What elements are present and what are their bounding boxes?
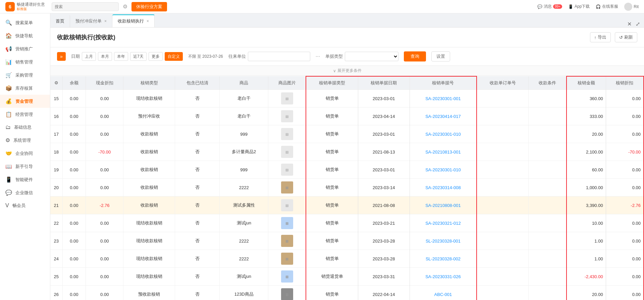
cell-balance: 0.00 — [62, 108, 86, 125]
cell-balance: 0.00 — [62, 286, 86, 300]
cell-balance: 0.00 — [62, 197, 86, 214]
cell-verify-type: 现结收款核销 — [123, 214, 175, 232]
sidebar-item-quick-nav[interactable]: 🏠 快捷导航 — [0, 29, 50, 42]
refresh-icon: ↺ — [619, 35, 623, 40]
cell-goods: 2222 — [220, 250, 268, 268]
search-input[interactable] — [52, 2, 119, 11]
user-item[interactable]: Rit — [624, 3, 639, 11]
cell-verify-discount: 0.00 — [606, 232, 644, 250]
sidebar-item-label: 搜索菜单 — [15, 20, 33, 26]
sidebar-item-label: 企业微信 — [15, 190, 33, 196]
industry-btn[interactable]: 休验行业方案 — [131, 2, 167, 11]
cell-include-settled: 否 — [175, 179, 220, 197]
cell-goods: 老白干 — [220, 108, 268, 125]
sidebar-item-wechat[interactable]: 💬 企业微信 — [0, 186, 50, 199]
tab-home[interactable]: 首页 — [50, 15, 70, 27]
tab-prepay[interactable]: 预付冲应付单 × — [70, 15, 112, 27]
export-icon: ↑ — [594, 35, 597, 40]
cell-cash-discount: 0.00 — [86, 90, 123, 108]
close-icon[interactable]: ✕ — [627, 21, 632, 27]
cell-row-no: 20 — [50, 179, 62, 197]
operations-icon: 📋 — [5, 111, 12, 118]
cell-cash-discount: 0.00 — [86, 250, 123, 268]
date-last-month-btn[interactable]: 上月 — [82, 52, 96, 61]
cell-include-settled: 否 — [175, 125, 220, 143]
tab-receipt-verify[interactable]: 收款核销执行 × — [112, 14, 155, 27]
content: 收款核销执行(按收款) ↑ 导出 ↺ 刷新 » 日期 上月 — [50, 28, 644, 300]
expand-more-bar[interactable]: ∨ 展开更多条件 — [50, 66, 644, 76]
sidebar-item-sales[interactable]: 📊 销售管理 — [0, 55, 50, 69]
gear-icon[interactable]: ⚙ — [123, 3, 127, 10]
cell-include-settled: 否 — [175, 232, 220, 250]
expand-more-label: 展开更多条件 — [337, 68, 362, 74]
filter-expand-btn[interactable]: » — [57, 52, 66, 61]
verify-bill-no-link[interactable]: SA-20230301-010 — [425, 132, 461, 137]
sidebar-item-system[interactable]: ⚙ 系统管理 — [0, 134, 50, 147]
query-btn[interactable]: 查询 — [404, 51, 426, 61]
sidebar-item-marketing[interactable]: 📢 营销推广 — [0, 42, 50, 55]
sidebar-item-purchase[interactable]: 🛒 采购管理 — [0, 69, 50, 82]
verify-bill-no-link[interactable]: SA-20210813-001 — [425, 149, 461, 155]
app-download-item[interactable]: 📱 App下载 — [568, 4, 590, 9]
refresh-btn[interactable]: ↺ 刷新 — [615, 32, 637, 42]
date-this-year-btn[interactable]: 本年 — [114, 52, 128, 61]
cell-receipt-order-no — [477, 108, 529, 125]
col-gear[interactable]: ⚙ — [50, 76, 62, 90]
sidebar: 🔍 搜索菜单 🏠 快捷导航 📢 营销推广 📊 销售管理 🛒 采购管理 📦 库存核… — [0, 13, 50, 300]
cell-goods: 测试多属性 — [220, 197, 268, 214]
sidebar-item-member[interactable]: V 畅会员 — [0, 199, 50, 212]
sidebar-item-enterprise[interactable]: 🤝 企业协同 — [0, 147, 50, 160]
date-this-month-btn[interactable]: 本月 — [98, 52, 112, 61]
user-name: Rit — [634, 4, 639, 9]
cell-verify-amount: 360.00 — [567, 90, 606, 108]
sidebar-item-finance[interactable]: 💰 资金管理 — [0, 95, 50, 108]
cell-verify-bill-date: 2023-03-14 — [358, 179, 410, 197]
cell-goods-image: ▦ — [268, 232, 306, 250]
inventory-icon: 📦 — [5, 85, 12, 91]
message-item[interactable]: 💬 消息 99+ — [537, 4, 562, 9]
sidebar-item-basic-info[interactable]: 🗂 基础信息 — [0, 121, 50, 134]
logo-text: 畅捷通谱好生意 标推版 — [17, 2, 45, 11]
verify-bill-no-link[interactable]: SL-20230328-001 — [426, 239, 461, 244]
date-more-btn[interactable]: 更多 — [149, 52, 163, 61]
verify-bill-no-link[interactable]: SA-20230414-017 — [425, 114, 461, 119]
sidebar-item-search-menu[interactable]: 🔍 搜索菜单 — [0, 16, 50, 29]
verify-bill-no-link[interactable]: SA-20210808-001 — [425, 203, 461, 208]
export-btn[interactable]: ↑ 导出 — [590, 32, 611, 42]
online-service-item[interactable]: 🎧 在线客服 — [596, 4, 618, 9]
cell-include-settled: 否 — [175, 268, 220, 286]
data-table: ⚙ 余额 现金折扣 核销类型 包含已结清 商品 商品图片 核销单据类型 核销单据… — [50, 76, 644, 300]
cell-verify-type: 收款核销 — [123, 161, 175, 179]
verify-bill-no-link[interactable]: SA-20230314-008 — [425, 185, 461, 190]
expand-icon[interactable]: ⤢ — [636, 21, 640, 27]
setting-btn[interactable]: 设置 — [431, 51, 450, 61]
cell-row-no: 15 — [50, 90, 62, 108]
tab-receipt-verify-close[interactable]: × — [147, 19, 149, 24]
verify-bill-no-link[interactable]: ABC-001 — [434, 292, 452, 297]
cell-verify-type: 现结收款核销 — [123, 232, 175, 250]
date-7days-btn[interactable]: 近7天 — [130, 52, 147, 61]
single-type-select[interactable] — [345, 52, 398, 61]
verify-bill-no-link[interactable]: SA-20230331-026 — [425, 274, 461, 279]
verify-bill-no-link[interactable]: SA-20230321-012 — [425, 221, 461, 226]
verify-bill-no-link[interactable]: SA-20230301-001 — [425, 96, 461, 101]
from-unit-input[interactable] — [248, 52, 310, 61]
tab-home-label: 首页 — [56, 18, 64, 24]
sidebar-item-guide[interactable]: 📖 新手引导 — [0, 160, 50, 173]
cell-verify-amount: 1.00 — [567, 232, 606, 250]
tab-prepay-close[interactable]: × — [104, 19, 107, 24]
cell-goods: 999 — [220, 125, 268, 143]
cell-receipt-condition — [529, 143, 567, 161]
sidebar-item-smart-hw[interactable]: 📱 智能硬件 — [0, 173, 50, 186]
date-custom-btn[interactable]: 自定义 — [165, 52, 183, 61]
cell-include-settled: 否 — [175, 250, 220, 268]
table-row: 25 0.00 0.00 现结收款核销 否 测试jun ▩ 销货退货单 2023… — [50, 268, 644, 286]
verify-bill-no-link[interactable]: SL-20230328-002 — [426, 256, 461, 261]
cell-receipt-order-no — [477, 143, 529, 161]
sidebar-item-operations[interactable]: 📋 经营管理 — [0, 108, 50, 121]
table-row: 18 0.00 -70.00 收款核销 否 多计量商品2 ▤ 销货单 2021-… — [50, 143, 644, 161]
sidebar-item-inventory[interactable]: 📦 库存核算 — [0, 82, 50, 95]
goods-image-cell: ▩ — [281, 270, 293, 283]
verify-bill-no-link[interactable]: SA-20230301-010 — [425, 167, 461, 172]
cell-verify-type: 收款核销 — [123, 125, 175, 143]
